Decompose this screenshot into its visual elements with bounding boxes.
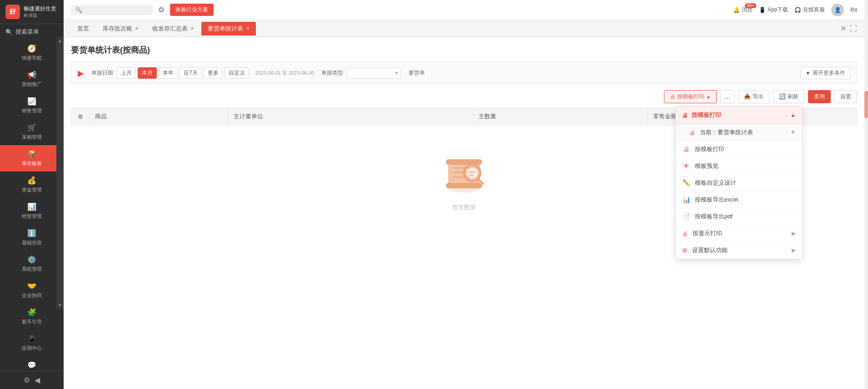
settings-icon[interactable]: ⚙	[24, 376, 30, 384]
dropdown-set-default[interactable]: ⚙ 设置默认功能 ▶	[676, 242, 802, 259]
collapse-icon[interactable]: ◀	[35, 376, 40, 384]
nav-label: 快捷导航	[22, 55, 42, 61]
more-date-btn[interactable]: 更多	[204, 67, 223, 79]
experience-btn[interactable]: 体验行业方案	[170, 4, 214, 16]
dropdown-template-pdf[interactable]: 📄 按模板导出pdf	[676, 208, 802, 225]
app-download-btn[interactable]: 📱 App下载	[759, 6, 788, 14]
custom-date-btn[interactable]: 自定义	[224, 67, 249, 79]
sidebar-item-quick-nav[interactable]: 🧭 快捷导航	[0, 40, 64, 66]
scrollbar-thumb[interactable]	[864, 91, 868, 118]
settings-btn[interactable]: 设置	[834, 90, 857, 103]
this-year-btn[interactable]: 本年	[159, 67, 178, 79]
date-range: 2023-06-01 至 2023-06-30	[255, 70, 314, 76]
page-title: 要货单统计表(按商品)	[71, 45, 857, 56]
query-btn[interactable]: 查询	[808, 90, 831, 103]
current-template-icon: 🖨	[689, 129, 695, 136]
notification-btn[interactable]: 🔔 消息 99+	[733, 6, 753, 14]
sidebar-scroll-down[interactable]: ▼	[58, 303, 62, 308]
topbar: 🔍 ⚙ 体验行业方案 🔔 消息 99+ 📱 App下载 🎧 在线客服 👤 Rit	[64, 0, 864, 20]
sidebar-nav: 🧭 快捷导航 📢 营销推广 📈 销售管理 🛒 采购管理 📦 库存核算 💰 资金管…	[0, 40, 64, 371]
sidebar-item-sales[interactable]: 📈 销售管理	[0, 92, 64, 119]
tab-receipt-summary[interactable]: 收发存汇总表 ✕	[146, 22, 200, 35]
display-print-label: 按显示打印	[693, 229, 722, 237]
tab-inventory-batch[interactable]: 库存批次账 ✕	[96, 22, 145, 35]
extra-filter-group: 要货单	[409, 69, 425, 77]
export-btn[interactable]: 📤 导出	[738, 90, 769, 103]
current-template-item[interactable]: 🖨 当前：要货单统计表 ▼	[676, 124, 802, 141]
last-7-days-btn[interactable]: 近7天	[180, 67, 202, 79]
expand-more-btn[interactable]: ▼ 展开更多条件	[800, 67, 850, 79]
type-select[interactable]	[347, 68, 401, 79]
tab-home[interactable]: 首页	[71, 22, 95, 35]
template-excel-label: 按模板导出excel	[695, 196, 738, 204]
expand-window-btn[interactable]: ⛶	[850, 25, 857, 33]
dropdown-collapse-icon[interactable]: ▲	[790, 112, 796, 118]
svg-rect-3	[446, 183, 482, 188]
tab-order-summary[interactable]: 要货单统计表 ✕	[201, 22, 256, 35]
display-print-icon: 🖨	[682, 230, 688, 237]
set-default-icon: ⚙	[682, 247, 688, 254]
template-print-icon: 🖨	[682, 146, 690, 153]
nav-label: 企业协同	[22, 292, 42, 299]
gear-icon[interactable]: ⚙	[158, 5, 165, 14]
refresh-btn[interactable]: 🔄 刷新	[773, 90, 804, 103]
sidebar-scroll-up[interactable]: ▲	[58, 38, 62, 43]
inventory-icon: 📦	[27, 150, 36, 158]
close-window-btn[interactable]: ✕	[840, 24, 846, 33]
col-unit: 主计量单位	[228, 108, 473, 125]
finance-icon: 💰	[27, 176, 36, 185]
filter-row: ▶ 单据日期 上月 本月 本年 近7天 更多 自定义 2023-06-01 至 …	[78, 67, 850, 79]
right-scrollbar[interactable]	[864, 0, 868, 389]
sidebar-item-enterprise-wechat[interactable]: 💬 企业微信	[0, 356, 64, 371]
phone-icon: 📱	[759, 7, 766, 13]
nav-label: 新手引导	[22, 318, 42, 325]
sidebar-item-finance[interactable]: 💰 资金管理	[0, 172, 64, 198]
dropdown-display-print[interactable]: 🖨 按显示打印 ▶	[676, 225, 802, 242]
refresh-label: 刷新	[788, 93, 798, 101]
template-preview-icon: 👁	[682, 162, 690, 170]
this-month-btn[interactable]: 本月	[138, 67, 157, 79]
dropdown-template-excel[interactable]: 📊 按模板导出excel	[676, 192, 802, 208]
sidebar-item-guide[interactable]: 🧩 新手引导	[0, 303, 64, 330]
tab-close-order-summary[interactable]: ✕	[246, 26, 249, 31]
online-service-label: 在线客服	[803, 6, 825, 14]
sidebar-item-purchase[interactable]: 🛒 采购管理	[0, 119, 64, 145]
online-service-btn[interactable]: 🎧 在线客服	[794, 6, 825, 14]
sidebar-item-appstore[interactable]: 📱 应用中心	[0, 330, 64, 356]
dropdown-template-preview[interactable]: 👁 模板预览	[676, 158, 802, 175]
tab-close-receipt-summary[interactable]: ✕	[190, 26, 194, 31]
compass-icon: 🧭	[27, 44, 36, 53]
current-template-left: 🖨 当前：要货单统计表	[689, 128, 753, 136]
search-menu-item[interactable]: 🔍 搜索菜单	[0, 24, 64, 40]
sidebar-item-basic[interactable]: ℹ️ 基础信息	[0, 224, 64, 251]
sidebar-item-inventory[interactable]: 📦 库存核算	[0, 145, 64, 172]
date-filter-label: 单据日期	[91, 69, 113, 77]
refresh-icon: 🔄	[779, 93, 786, 100]
avatar[interactable]: 👤	[831, 4, 844, 16]
topbar-search[interactable]: 🔍	[71, 5, 153, 15]
prev-month-btn[interactable]: 上月	[117, 67, 136, 79]
print-btn-label: 按模板打印	[677, 93, 704, 101]
dropdown-template-design[interactable]: ✏️ 模板自定义设计	[676, 175, 802, 192]
svg-rect-2	[446, 159, 482, 165]
col-settings[interactable]: ⚙	[71, 108, 90, 125]
topbar-right: 🔔 消息 99+ 📱 App下载 🎧 在线客服 👤 Rit	[733, 4, 857, 16]
purchase-icon: 🛒	[27, 123, 36, 132]
extra-filter-label: 要货单	[409, 69, 425, 77]
dropdown-template-print[interactable]: 🖨 按模板打印	[676, 141, 802, 158]
sidebar-item-system[interactable]: ⚙️ 系统管理	[0, 251, 64, 277]
sidebar-item-operations[interactable]: 📊 经营管理	[0, 198, 64, 224]
home-label: 首页	[77, 25, 89, 33]
user-name: Rit	[850, 7, 857, 13]
sidebar-item-collab[interactable]: 🤝 企业协同	[0, 277, 64, 303]
system-icon: ⚙️	[27, 255, 36, 264]
type-filter-label: 单据类型	[321, 69, 343, 77]
filter-expand-icon[interactable]: ▶	[78, 68, 84, 78]
sidebar-item-marketing[interactable]: 📢 营销推广	[0, 66, 64, 92]
print-template-btn[interactable]: 🖨 按模板打印 ▲	[664, 90, 717, 103]
empty-text: 暂无数据	[452, 203, 476, 212]
set-default-left: ⚙ 设置默认功能	[682, 246, 728, 254]
tab-close-inventory-batch[interactable]: ✕	[135, 26, 139, 31]
more-btn[interactable]: ...	[720, 90, 734, 103]
svg-rect-10	[469, 172, 475, 173]
